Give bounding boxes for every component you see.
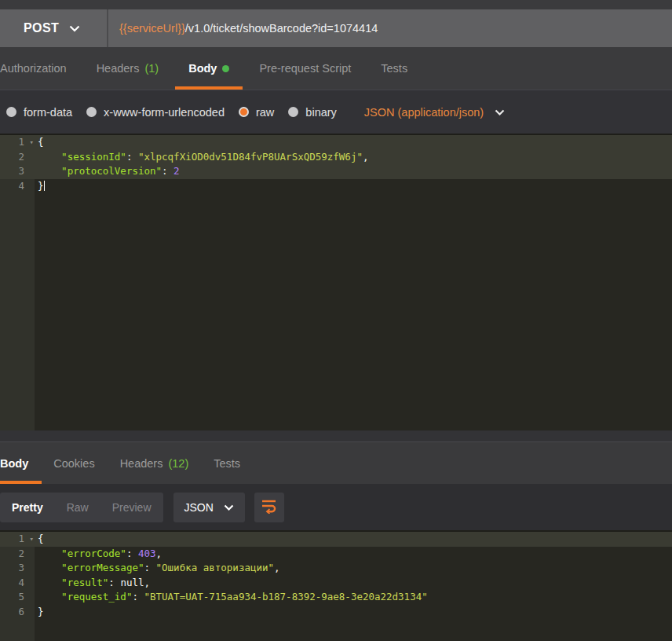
tab-label: Tests (214, 457, 240, 470)
view-mode-pretty[interactable]: Pretty (0, 493, 55, 522)
body-type-form-data[interactable]: form-data (6, 106, 72, 119)
request-tabs: AuthorizationHeaders(1)BodyPre-request S… (0, 47, 672, 90)
request-url-bar: POST {{serviceUrl}}/v1.0/ticket/showBarc… (0, 9, 672, 47)
tab-count-badge: (1) (144, 62, 159, 75)
code-text: } (35, 179, 45, 194)
code-text: "errorCode": 403, (35, 547, 162, 562)
response-body-editor[interactable]: 1▾{2 "errorCode": 403,3 "errorMessage": … (0, 530, 672, 641)
line-number: 4 (0, 576, 35, 591)
view-mode-preview[interactable]: Preview (100, 493, 163, 522)
line-number: 6 (0, 605, 35, 620)
chevron-down-icon (224, 504, 234, 511)
line-number: 4 (0, 179, 35, 194)
tab-body[interactable]: Body (0, 442, 28, 484)
code-line[interactable]: 3 "protocolVersion": 2 (0, 164, 672, 179)
tab-headers[interactable]: Headers(12) (120, 442, 189, 484)
tab-label: Tests (381, 62, 407, 75)
line-number: 1▾ (0, 135, 35, 150)
tab-label: Pre-request Script (259, 62, 351, 75)
tab-count-badge: (12) (168, 457, 188, 470)
line-number: 3 (0, 561, 35, 576)
response-tabs: BodyCookiesHeaders(12)Tests (0, 441, 672, 484)
tab-cookies[interactable]: Cookies (53, 442, 94, 484)
url-path: /v1.0/ticket/showBarcode?id=1074414 (185, 22, 378, 35)
text-cursor (44, 181, 45, 191)
tab-label: Cookies (53, 457, 94, 470)
response-view-mode-switch: PrettyRawPreview (0, 493, 163, 522)
radio-selected-icon (239, 107, 249, 117)
code-text: "sessionId": "xlpcqfXiOD0dv51D84fvP8UArS… (35, 150, 368, 165)
top-strip (0, 0, 672, 9)
code-line[interactable]: 4} (0, 179, 672, 194)
body-type-x-www-form-urlencoded[interactable]: x-www-form-urlencoded (86, 106, 225, 119)
content-type-label: JSON (application/json) (364, 106, 484, 119)
response-format-label: JSON (184, 501, 214, 514)
radio-label: raw (256, 106, 274, 119)
http-method-select[interactable]: POST (0, 9, 108, 47)
code-line[interactable]: 4 "result": null, (0, 576, 672, 591)
radio-label: form-data (24, 106, 72, 119)
code-text: "errorMessage": "Ошибка авторизации", (35, 561, 280, 576)
tab-pre-request-script[interactable]: Pre-request Script (259, 47, 351, 90)
code-line[interactable]: 5 "request_id": "BTUAT=UAT-715aa934-b187… (0, 590, 672, 605)
wrap-lines-button[interactable] (254, 493, 284, 522)
line-number: 1▾ (0, 532, 35, 547)
tab-label: Authorization (0, 62, 67, 75)
radio-label: binary (305, 106, 337, 119)
code-line[interactable]: 2 "errorCode": 403, (0, 547, 672, 562)
tab-tests[interactable]: Tests (381, 47, 407, 90)
panel-divider[interactable] (0, 430, 672, 441)
response-toolbar: PrettyRawPreview JSON (0, 484, 672, 530)
radio-icon (86, 107, 97, 117)
line-number: 5 (0, 590, 35, 605)
code-text: { (35, 135, 44, 150)
body-type-binary[interactable]: binary (288, 106, 337, 119)
line-number: 2 (0, 547, 35, 562)
body-type-raw[interactable]: raw (239, 106, 274, 119)
radio-label: x-www-form-urlencoded (104, 106, 225, 119)
postman-request-window: POST {{serviceUrl}}/v1.0/ticket/showBarc… (0, 0, 672, 641)
chevron-down-icon (69, 25, 80, 32)
body-type-selector: form-datax-www-form-urlencodedrawbinary … (0, 90, 672, 134)
url-variable: {{serviceUrl}} (119, 22, 185, 35)
tab-label: Headers (97, 62, 140, 75)
line-number: 2 (0, 150, 35, 165)
response-format-select[interactable]: JSON (173, 493, 245, 522)
code-text: { (35, 532, 44, 547)
code-line[interactable]: 1▾{ (0, 532, 672, 547)
tab-label: Body (0, 457, 28, 470)
code-line[interactable]: 6} (0, 605, 672, 620)
view-mode-raw[interactable]: Raw (55, 493, 100, 522)
url-input[interactable]: {{serviceUrl}}/v1.0/ticket/showBarcode?i… (108, 9, 672, 47)
code-text: "protocolVersion": 2 (35, 164, 180, 179)
http-method-label: POST (24, 21, 59, 35)
fold-caret-icon[interactable]: ▾ (30, 135, 34, 150)
code-text: } (35, 605, 44, 620)
line-number: 3 (0, 164, 35, 179)
chevron-down-icon (495, 109, 505, 115)
tab-body[interactable]: Body (188, 47, 229, 90)
radio-icon (288, 107, 298, 117)
code-line[interactable]: 1▾{ (0, 135, 672, 150)
code-text: "result": null, (35, 576, 150, 591)
green-dot-icon (222, 65, 229, 72)
fold-caret-icon[interactable]: ▾ (30, 532, 34, 547)
tab-tests[interactable]: Tests (214, 442, 240, 484)
tab-label: Body (188, 62, 217, 75)
radio-icon (6, 107, 16, 117)
wrap-lines-icon (261, 498, 277, 517)
content-type-select[interactable]: JSON (application/json) (364, 106, 505, 119)
code-line[interactable]: 3 "errorMessage": "Ошибка авторизации", (0, 561, 672, 576)
code-text: "request_id": "BTUAT=UAT-715aa934-b187-8… (35, 590, 428, 605)
tab-authorization[interactable]: Authorization (0, 47, 67, 90)
tab-headers[interactable]: Headers(1) (97, 47, 159, 90)
request-body-editor[interactable]: 1▾{2 "sessionId": "xlpcqfXiOD0dv51D84fvP… (0, 134, 672, 430)
tab-label: Headers (120, 457, 163, 470)
code-line[interactable]: 2 "sessionId": "xlpcqfXiOD0dv51D84fvP8UA… (0, 150, 672, 165)
